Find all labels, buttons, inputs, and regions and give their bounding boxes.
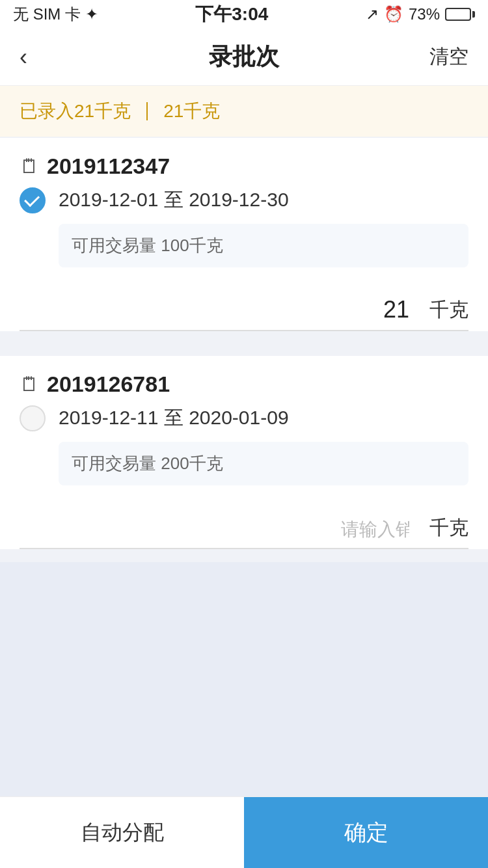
confirm-button[interactable]: 确定	[244, 797, 488, 868]
auto-distribute-button[interactable]: 自动分配	[0, 797, 244, 868]
status-time: 下午3:04	[195, 2, 268, 27]
doc-icon-1: 🗒	[20, 156, 39, 178]
batch-card-1: 🗒 2019112347 2019-12-01 至 2019-12-30 可用交…	[0, 138, 488, 331]
summary-bar: 已录入21千克 21千克	[0, 86, 488, 137]
nav-bar: ‹ 录批次 清空	[0, 29, 488, 86]
radio-1[interactable]	[20, 187, 46, 213]
batch-header-1: 🗒 2019112347	[20, 154, 468, 179]
batch-card-2: 🗒 2019126781 2019-12-11 至 2020-01-09 可用交…	[0, 356, 488, 549]
summary-value: 21千克	[163, 99, 220, 124]
batch-number-2: 2019126781	[47, 372, 170, 397]
batch-date-row-2: 2019-12-11 至 2020-01-09	[20, 405, 468, 431]
batch-date-1: 2019-12-01 至 2019-12-30	[59, 187, 289, 213]
qty-divider-2	[20, 548, 468, 549]
qty-input-row-1: 千克	[0, 283, 488, 330]
sim-label: 无 SIM 卡 ✦	[13, 4, 98, 25]
section-divider	[0, 344, 488, 355]
summary-divider	[146, 102, 148, 120]
battery-percent: 73%	[409, 5, 440, 23]
batch-item-1: 🗒 2019112347 2019-12-01 至 2019-12-30 可用交…	[0, 138, 488, 283]
qty-unit-2: 千克	[429, 515, 468, 541]
available-qty-2: 可用交易量 200千克	[59, 442, 468, 485]
batch-date-row-1: 2019-12-01 至 2019-12-30	[20, 187, 468, 213]
batch-number-1: 2019112347	[47, 154, 170, 179]
qty-input-1[interactable]	[341, 296, 419, 323]
batch-date-2: 2019-12-11 至 2020-01-09	[59, 405, 289, 431]
page-title: 录批次	[209, 41, 279, 73]
status-bar: 无 SIM 卡 ✦ 下午3:04 ↗ ⏰ 73%	[0, 0, 488, 29]
batch-item-2: 🗒 2019126781 2019-12-11 至 2020-01-09 可用交…	[0, 356, 488, 501]
qty-input-row-2: 千克	[0, 501, 488, 548]
status-right: ↗ ⏰ 73%	[366, 5, 475, 23]
qty-unit-1: 千克	[429, 297, 468, 323]
summary-label: 已录入21千克	[20, 99, 131, 124]
status-left: 无 SIM 卡 ✦	[13, 4, 98, 25]
qty-input-2[interactable]	[341, 514, 419, 541]
location-icon: ↗	[366, 5, 379, 23]
clear-button[interactable]: 清空	[416, 44, 468, 70]
bottom-bar: 自动分配 确定	[0, 796, 488, 868]
alarm-icon: ⏰	[384, 5, 403, 23]
available-qty-1: 可用交易量 100千克	[59, 224, 468, 267]
radio-2[interactable]	[20, 405, 46, 431]
back-button[interactable]: ‹	[20, 44, 72, 71]
qty-divider-1	[20, 330, 468, 331]
doc-icon-2: 🗒	[20, 373, 39, 396]
battery-icon	[445, 8, 475, 21]
batch-header-2: 🗒 2019126781	[20, 372, 468, 397]
